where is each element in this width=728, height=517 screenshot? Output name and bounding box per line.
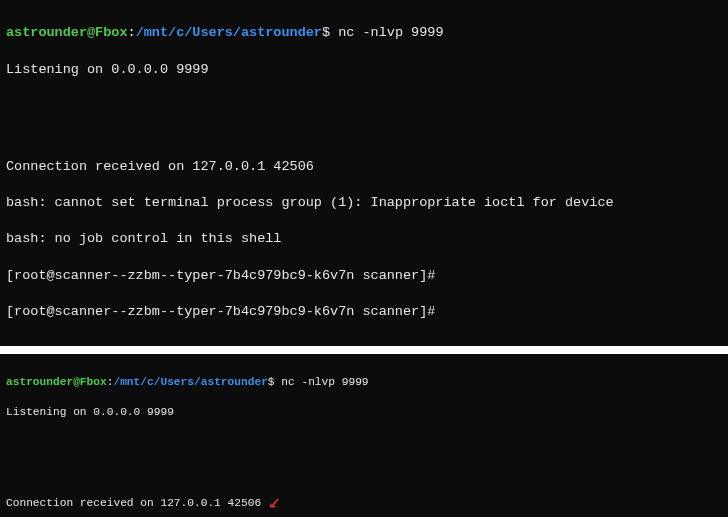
- output-line: Listening on 0.0.0.0 9999: [6, 405, 722, 420]
- output-line-with-arrow: Connection received on 127.0.0.1 42506↙: [6, 489, 722, 513]
- dollar: $: [322, 25, 330, 40]
- output-line: Connection received on 127.0.0.1 42506: [6, 158, 722, 176]
- user-host: astrounder@Fbox: [6, 25, 128, 40]
- output-line: Listening on 0.0.0.0 9999: [6, 61, 722, 79]
- command-text: nc -nlvp 9999: [338, 25, 443, 40]
- annotation-arrow-icon: ↙: [265, 489, 284, 516]
- terminal-session-top: astrounder@Fbox:/mnt/c/Users/astrounder$…: [0, 0, 728, 346]
- output-text: Connection received on 127.0.0.1 42506: [6, 497, 261, 509]
- sep: :: [128, 25, 136, 40]
- output-line: bash: cannot set terminal process group …: [6, 194, 722, 212]
- output-line: bash: no job control in this shell: [6, 230, 722, 248]
- image-divider: [0, 346, 728, 354]
- prompt-line: astrounder@Fbox:/mnt/c/Users/astrounder$…: [6, 375, 722, 390]
- prompt-line: astrounder@Fbox:/mnt/c/Users/astrounder$…: [6, 24, 722, 42]
- command-text: nc -nlvp 9999: [281, 376, 368, 388]
- cwd-path: /mnt/c/Users/astrounder: [113, 376, 267, 388]
- root-prompt: [root@scanner--zzbm--typer-7b4c979bc9-k6…: [6, 303, 722, 321]
- cwd-path: /mnt/c/Users/astrounder: [136, 25, 322, 40]
- user-host: astrounder@Fbox: [6, 376, 107, 388]
- dollar: $: [268, 376, 275, 388]
- terminal-session-bottom: astrounder@Fbox:/mnt/c/Users/astrounder$…: [0, 354, 728, 517]
- root-prompt: [root@scanner--zzbm--typer-7b4c979bc9-k6…: [6, 267, 722, 285]
